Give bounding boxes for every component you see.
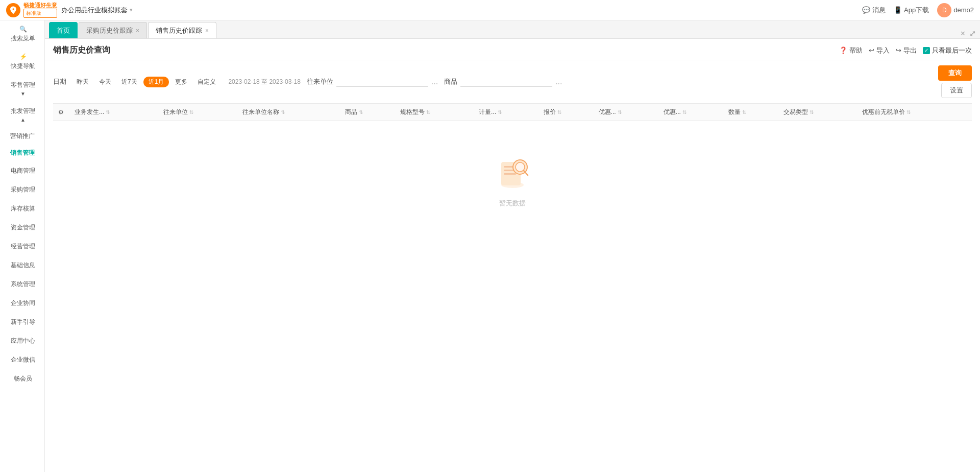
- sidebar-item-inventory-calc[interactable]: 库存核算: [0, 199, 44, 218]
- table-th-quote: 报价 ⇅: [538, 104, 594, 121]
- sort-icon-partner-name[interactable]: ⇅: [281, 109, 285, 115]
- table-header: ⚙ 业务发生... ⇅ 往来单位: [53, 104, 972, 121]
- sort-icon-unit[interactable]: ⇅: [498, 109, 502, 115]
- sidebar-item-purchase-mgmt[interactable]: 采购管理: [0, 180, 44, 199]
- sidebar-item-basic-info[interactable]: 基础信息: [0, 256, 44, 275]
- settings-button[interactable]: 设置: [941, 83, 972, 98]
- chevron-down-icon: ▼: [20, 91, 26, 97]
- sort-icon-quote[interactable]: ⇅: [557, 109, 561, 115]
- sidebar-item-enterprise-collab[interactable]: 企业协同: [0, 294, 44, 313]
- sort-icon-discount1[interactable]: ⇅: [618, 109, 622, 115]
- date-btn-yesterday[interactable]: 昨天: [72, 77, 93, 87]
- sort-icon-trade-type[interactable]: ⇅: [810, 109, 814, 115]
- table-th-settings: ⚙: [53, 104, 69, 121]
- product-filter-input[interactable]: [460, 77, 552, 87]
- purchase-history-tab-label: 采购历史价跟踪: [86, 26, 133, 35]
- right-panel: 首页 采购历史价跟踪 × 销售历史价跟踪 × × ⤢ 销售历史价查询: [45, 20, 980, 472]
- close-window-button[interactable]: ×: [961, 29, 965, 38]
- main-layout: 🔍 搜索菜单 ⚡ 快捷导航 零售管理 ▼ 批发管理 ▲ 营销推广 销售管理 电商…: [0, 20, 980, 472]
- sort-icon-quantity[interactable]: ⇅: [742, 109, 746, 115]
- sidebar-item-quick-nav[interactable]: ⚡ 快捷导航: [0, 48, 44, 76]
- product-filter-label: 商品: [444, 77, 457, 86]
- filter-area: 日期 昨天 今天 近7天 近1月 更多 自定义 2023-02-18 至 202…: [45, 60, 980, 103]
- chevron-up-icon: ▲: [20, 117, 26, 123]
- page-actions: ❓ 帮助 ↩ 导入 ↪ 导出 只看最后一次: [839, 46, 972, 55]
- only-last-checkbox-label[interactable]: 只看最后一次: [923, 46, 972, 55]
- sidebar-item-member[interactable]: 畅会员: [0, 369, 44, 388]
- date-btn-7days[interactable]: 近7天: [117, 77, 141, 87]
- svg-rect-4: [504, 173, 516, 175]
- sort-icon-discount2[interactable]: ⇅: [682, 109, 687, 115]
- only-last-checkbox[interactable]: [923, 47, 930, 54]
- sidebar: 🔍 搜索菜单 ⚡ 快捷导航 零售管理 ▼ 批发管理 ▲ 营销推广 销售管理 电商…: [0, 20, 45, 472]
- date-btn-custom[interactable]: 自定义: [193, 77, 220, 87]
- export-button[interactable]: ↪ 导出: [896, 46, 917, 55]
- table-th-pre-tax-price: 优惠前无税单价 ⇅: [857, 104, 972, 121]
- svg-rect-3: [504, 170, 514, 171]
- sort-icon-partner-code[interactable]: ⇅: [189, 109, 193, 115]
- sidebar-sub-sales-mgmt[interactable]: 销售管理: [0, 145, 44, 161]
- empty-state: 暂无数据: [53, 121, 972, 239]
- app-title[interactable]: 办公用品行业模拟账套 ▾: [61, 6, 133, 15]
- sidebar-item-system-mgmt[interactable]: 系统管理: [0, 275, 44, 294]
- sales-history-tab-close[interactable]: ×: [205, 27, 209, 34]
- tab-bar: 首页 采购历史价跟踪 × 销售历史价跟踪 × × ⤢: [45, 20, 980, 39]
- sidebar-item-enterprise-wechat[interactable]: 企业微信: [0, 350, 44, 369]
- date-buttons: 昨天 今天 近7天 近1月 更多 自定义: [72, 77, 220, 87]
- empty-text: 暂无数据: [499, 199, 526, 208]
- dropdown-arrow-icon[interactable]: ▾: [130, 7, 133, 13]
- import-button[interactable]: ↩ 导入: [869, 46, 890, 55]
- logo-area: 畅捷通好生意 标准版: [6, 2, 57, 18]
- sidebar-section-wholesale: 营销推广 销售管理: [0, 128, 44, 161]
- sidebar-item-operation-mgmt[interactable]: 经营管理: [0, 237, 44, 256]
- table-th-trade-type: 交易类型 ⇅: [778, 104, 857, 121]
- tab-purchase-history[interactable]: 采购历史价跟踪 ×: [79, 22, 147, 38]
- message-icon: 💬: [862, 6, 870, 14]
- product-filter-dots[interactable]: ...: [555, 77, 562, 86]
- maximize-window-button[interactable]: ⤢: [969, 29, 976, 38]
- help-button[interactable]: ❓ 帮助: [839, 46, 863, 55]
- sidebar-item-search-menu[interactable]: 🔍 搜索菜单: [0, 20, 44, 48]
- tab-sales-history[interactable]: 销售历史价跟踪 ×: [148, 22, 216, 38]
- query-button[interactable]: 查询: [938, 65, 972, 81]
- sort-icon-spec[interactable]: ⇅: [426, 109, 430, 115]
- data-table: ⚙ 业务发生... ⇅ 往来单位: [53, 103, 972, 121]
- sidebar-sub-marketing[interactable]: 营销推广: [0, 128, 44, 145]
- table-th-spec: 规格型号 ⇅: [395, 104, 474, 121]
- sort-icon-product[interactable]: ⇅: [359, 109, 363, 115]
- purchase-history-tab-close[interactable]: ×: [136, 27, 139, 34]
- user-menu[interactable]: D demo2: [937, 3, 974, 17]
- sidebar-item-finance-mgmt[interactable]: 资金管理: [0, 218, 44, 237]
- empty-illustration: [492, 152, 533, 193]
- date-btn-1month[interactable]: 近1月: [143, 77, 169, 87]
- sidebar-item-beginner-guide[interactable]: 新手引导: [0, 313, 44, 332]
- sidebar-item-retail-mgmt[interactable]: 零售管理 ▼: [0, 76, 44, 102]
- search-icon: 🔍: [19, 26, 27, 33]
- partner-filter-dots[interactable]: ...: [431, 77, 438, 86]
- top-bar-right: 💬 消息 📱 App下载 D demo2: [862, 3, 974, 17]
- table-th-product: 商品 ⇅: [340, 104, 395, 121]
- export-icon: ↪: [896, 46, 901, 54]
- partner-filter-input[interactable]: [336, 77, 428, 87]
- sidebar-item-ecommerce-mgmt[interactable]: 电商管理: [0, 161, 44, 180]
- date-btn-today[interactable]: 今天: [95, 77, 115, 87]
- gear-icon[interactable]: ⚙: [58, 109, 64, 116]
- content-area: 销售历史价查询 ❓ 帮助 ↩ 导入 ↪ 导出: [45, 39, 980, 472]
- table-th-quantity: 数量 ⇅: [723, 104, 778, 121]
- tab-home[interactable]: 首页: [49, 22, 78, 38]
- table-th-partner-code: 往来单位 ⇅: [158, 104, 237, 121]
- help-icon: ❓: [839, 46, 847, 54]
- message-button[interactable]: 💬 消息: [862, 6, 886, 15]
- quick-nav-icon: ⚡: [19, 53, 27, 60]
- avatar: D: [937, 3, 951, 17]
- home-tab-label: 首页: [57, 26, 70, 35]
- date-filter-label: 日期: [53, 77, 66, 86]
- date-btn-more[interactable]: 更多: [171, 77, 191, 87]
- table-th-biz-date: 业务发生... ⇅: [69, 104, 158, 121]
- sidebar-item-app-center[interactable]: 应用中心: [0, 332, 44, 350]
- sort-icon-biz-date[interactable]: ⇅: [106, 109, 110, 115]
- sidebar-item-wholesale-mgmt[interactable]: 批发管理 ▲: [0, 102, 44, 128]
- sort-icon-pre-tax-price[interactable]: ⇅: [906, 109, 911, 115]
- filter-action-buttons: 查询 设置: [938, 65, 972, 98]
- app-download-button[interactable]: 📱 App下载: [894, 6, 929, 15]
